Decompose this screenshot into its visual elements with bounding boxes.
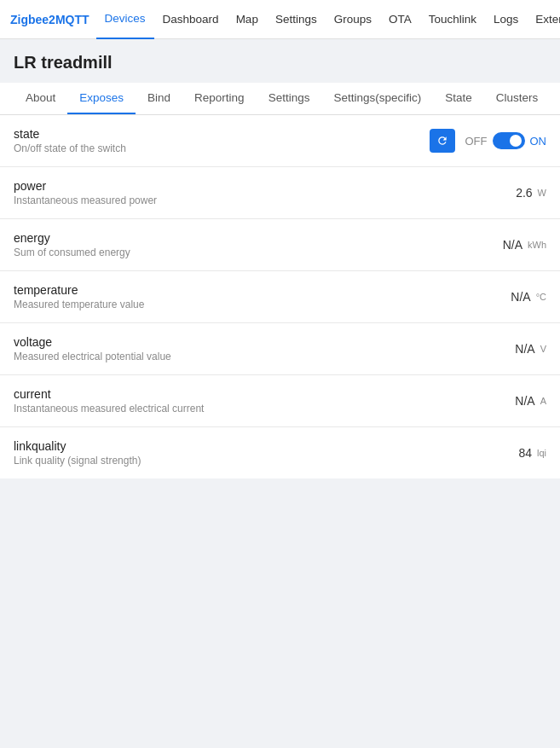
row-power-left: power Instantaneous measured power <box>14 179 444 206</box>
current-value: N/A <box>515 394 534 408</box>
row-temperature-left: temperature Measured temperature value <box>14 283 444 310</box>
nav-item-touchlink[interactable]: Touchlink <box>420 0 485 39</box>
nav-item-map[interactable]: Map <box>228 0 267 39</box>
row-state-label: state <box>14 127 430 141</box>
nav-item-dashboard[interactable]: Dashboard <box>154 0 228 39</box>
row-state-left: state On/off state of the switch <box>14 127 430 154</box>
row-voltage: voltage Measured electrical potential va… <box>0 323 560 375</box>
voltage-value: N/A <box>515 342 534 356</box>
row-energy-desc: Sum of consumed energy <box>14 246 444 258</box>
tab-state[interactable]: State <box>433 83 484 114</box>
row-linkquality-label: linkquality <box>14 439 444 453</box>
linkquality-value: 84 <box>518 446 532 460</box>
row-current-left: current Instantaneous measured electrica… <box>14 387 444 415</box>
row-state: state On/off state of the switch OFF ON <box>0 115 560 167</box>
nav-item-groups[interactable]: Groups <box>326 0 380 39</box>
row-linkquality: linkquality Link quality (signal strengt… <box>0 427 560 478</box>
row-temperature-desc: Measured temperature value <box>14 299 444 310</box>
row-current-right: N/A A <box>444 394 546 408</box>
row-power-desc: Instantaneous measured power <box>14 194 444 206</box>
row-current-desc: Instantaneous measured electrical curren… <box>14 403 444 415</box>
exposes-content: state On/off state of the switch OFF ON … <box>0 115 560 478</box>
tabs-bar: About Exposes Bind Reporting Settings Se… <box>0 83 560 115</box>
row-linkquality-right: 84 lqi <box>444 446 546 460</box>
tab-clusters[interactable]: Clusters <box>484 83 551 114</box>
page-title: LR treadmill <box>0 39 560 83</box>
power-value: 2.6 <box>516 186 532 200</box>
tab-about[interactable]: About <box>14 83 67 114</box>
tab-settings-specific[interactable]: Settings(specific) <box>321 83 433 114</box>
row-voltage-label: voltage <box>14 335 444 349</box>
nav-item-extensions[interactable]: Extensions <box>527 0 560 39</box>
row-voltage-right: N/A V <box>444 342 546 356</box>
state-toggle-wrapper: OFF ON <box>465 132 547 149</box>
row-energy-left: energy Sum of consumed energy <box>14 231 444 258</box>
row-energy: energy Sum of consumed energy N/A kWh <box>0 219 560 271</box>
state-on-label: ON <box>530 135 547 148</box>
energy-value: N/A <box>503 238 522 252</box>
row-energy-right: N/A kWh <box>444 238 546 252</box>
current-unit: A <box>540 396 546 406</box>
row-voltage-left: voltage Measured electrical potential va… <box>14 335 444 362</box>
navbar: Zigbee2MQTT Devices Dashboard Map Settin… <box>0 0 560 39</box>
row-temperature-right: N/A °C <box>444 290 546 304</box>
toggle-slider <box>493 132 525 149</box>
nav-item-devices[interactable]: Devices <box>96 0 154 39</box>
row-power-right: 2.6 W <box>444 186 546 200</box>
nav-item-ota[interactable]: OTA <box>380 0 420 39</box>
state-refresh-button[interactable] <box>430 129 455 153</box>
temperature-unit: °C <box>536 292 546 302</box>
nav-item-logs[interactable]: Logs <box>485 0 527 39</box>
row-power-label: power <box>14 179 444 193</box>
nav-brand[interactable]: Zigbee2MQTT <box>10 13 89 26</box>
row-linkquality-left: linkquality Link quality (signal strengt… <box>14 439 444 467</box>
row-temperature: temperature Measured temperature value N… <box>0 271 560 323</box>
voltage-unit: V <box>540 344 546 354</box>
temperature-value: N/A <box>511 290 530 304</box>
state-toggle[interactable] <box>493 132 525 149</box>
row-temperature-label: temperature <box>14 283 444 297</box>
nav-item-settings[interactable]: Settings <box>267 0 326 39</box>
tab-reporting[interactable]: Reporting <box>182 83 257 114</box>
tab-bind[interactable]: Bind <box>136 83 182 114</box>
row-state-desc: On/off state of the switch <box>14 142 430 154</box>
state-off-label: OFF <box>465 135 488 148</box>
power-unit: W <box>538 188 546 198</box>
row-voltage-desc: Measured electrical potential value <box>14 351 444 362</box>
row-power: power Instantaneous measured power 2.6 W <box>0 167 560 219</box>
row-current: current Instantaneous measured electrica… <box>0 375 560 427</box>
refresh-icon <box>436 135 448 147</box>
energy-unit: kWh <box>528 240 546 250</box>
row-current-label: current <box>14 387 444 401</box>
row-state-right: OFF ON <box>430 129 547 153</box>
row-energy-label: energy <box>14 231 444 245</box>
tab-settings[interactable]: Settings <box>257 83 322 114</box>
tab-exposes[interactable]: Exposes <box>67 83 136 114</box>
linkquality-unit: lqi <box>537 448 546 458</box>
row-linkquality-desc: Link quality (signal strength) <box>14 455 444 467</box>
